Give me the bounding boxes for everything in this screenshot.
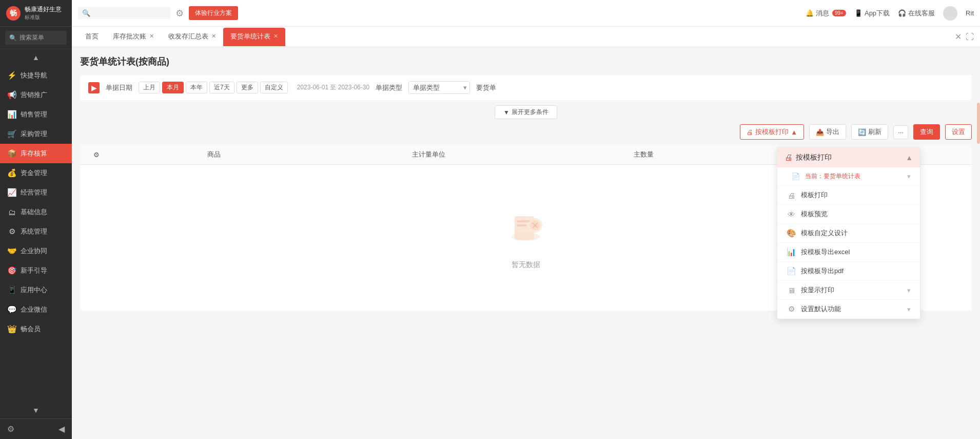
sales-icon: 📊 [7, 110, 16, 119]
sidebar-item-quick[interactable]: ⚡ 快捷导航 [0, 66, 72, 85]
filter-toggle-btn[interactable]: ▶ [88, 82, 100, 93]
table-col-unit: 主计量单位 [322, 150, 537, 159]
display-print-icon: 🖥 [787, 286, 796, 295]
filter-bar: ▶ 单据日期 上月 本月 本年 近7天 更多 自定义 2023-06-01 至 … [80, 75, 972, 100]
dropdown-header-icon: 🖨 [785, 153, 793, 162]
sidebar-item-finance[interactable]: 💰 资金管理 [0, 163, 72, 183]
page-title: 要货单统计表(按商品) [80, 55, 972, 68]
sidebar-item-enterprise[interactable]: 🤝 企业协同 [0, 241, 72, 261]
date-current-year[interactable]: 本年 [186, 82, 207, 93]
set-default-arrow: ▾ [907, 306, 911, 313]
print-dropdown: 🖨 按模板打印 ▲ 📄 当前：要货单统计表 ▾ 🖨 模板打印 👁 [777, 147, 920, 319]
refresh-icon: 🔄 [858, 128, 866, 136]
sidebar: 畅 畅康通好生意 标准版 🔍 搜索菜单 ▲ ⚡ 快捷导航 📢 营销推广 📊 销售… [0, 0, 72, 439]
online-support-btn[interactable]: 🎧 在线客服 [898, 9, 935, 18]
sidebar-item-sales[interactable]: 📊 销售管理 [0, 105, 72, 124]
empty-icon [505, 206, 546, 254]
dropdown-current-template[interactable]: 📄 当前：要货单统计表 ▾ [777, 167, 920, 186]
quick-icon: ⚡ [7, 71, 16, 80]
tab-batch-account[interactable]: 库存批次账 ✕ [106, 28, 161, 46]
basic-icon: 🗂 [7, 208, 16, 217]
tab-collection-summary[interactable]: 收发存汇总表 ✕ [161, 28, 223, 46]
user-avatar[interactable] [943, 6, 957, 21]
sidebar-item-basic[interactable]: 🗂 基础信息 [0, 202, 72, 222]
refresh-btn[interactable]: 🔄 刷新 [851, 124, 888, 140]
order-type-select-wrap: 单据类型 [408, 81, 470, 94]
dropdown-template-preview[interactable]: 👁 模板预览 [777, 205, 920, 224]
current-template-arrow: ▾ [907, 173, 911, 180]
date-current-month[interactable]: 本月 [162, 82, 184, 93]
topbar-search-input[interactable] [93, 10, 166, 17]
tab-close-order[interactable]: ✕ [273, 33, 278, 40]
system-icon: ⚙ [7, 227, 16, 236]
tab-close-batch[interactable]: ✕ [149, 33, 154, 40]
dropdown-set-default[interactable]: ⚙ 设置默认功能 ▾ [777, 300, 920, 319]
date-more[interactable]: 更多 [237, 82, 258, 93]
dropdown-template-print[interactable]: 🖨 模板打印 [777, 186, 920, 205]
tab-home[interactable]: 首页 [78, 28, 106, 46]
marketing-icon: 📢 [7, 90, 16, 100]
table-col-settings[interactable]: ⚙ [86, 151, 107, 159]
sidebar-item-operation[interactable]: 📈 经营管理 [0, 183, 72, 202]
more-btn[interactable]: ··· [893, 125, 908, 139]
sidebar-item-newbie[interactable]: 🎯 新手引导 [0, 261, 72, 280]
app-download-btn[interactable]: 📱 App下载 [854, 9, 890, 18]
date-custom[interactable]: 自定义 [260, 82, 288, 93]
finance-icon: 💰 [7, 168, 16, 178]
inventory-icon: 📦 [7, 149, 16, 158]
topbar-search: 🔍 [78, 7, 170, 19]
dropdown-close-btn[interactable]: ▲ [906, 154, 913, 162]
order-category-label: 要货单 [476, 83, 496, 92]
date-range-label: 2023-06-01 至 2023-06-30 [297, 83, 369, 92]
notifications-btn[interactable]: 🔔 消息 99+ [806, 9, 846, 18]
page-content: 要货单统计表(按商品) ▶ 单据日期 上月 本月 本年 近7天 更多 自定义 2… [72, 47, 980, 439]
trial-btn[interactable]: 体验行业方案 [189, 6, 238, 20]
tabs-expand-icon[interactable]: ⛶ [966, 32, 974, 42]
print-btn[interactable]: 🖨 按模板打印 ▲ [740, 124, 804, 140]
dropdown-template-design[interactable]: 🎨 模板自定义设计 [777, 224, 920, 243]
export-btn[interactable]: 📤 导出 [809, 124, 846, 140]
print-chevron-icon: ▲ [791, 128, 797, 136]
tab-close-collection[interactable]: ✕ [211, 33, 216, 40]
tabs-close-icon[interactable]: ✕ [955, 32, 962, 42]
sidebar-scroll-bottom: ▼ [0, 402, 72, 418]
sidebar-scroll-up[interactable]: ▲ [28, 51, 44, 64]
sidebar-nav: ⚡ 快捷导航 📢 营销推广 📊 销售管理 🛒 采购管理 📦 库存核算 💰 资金管… [0, 66, 72, 402]
topbar-settings-icon[interactable]: ⚙ [175, 8, 184, 19]
tab-order-stats[interactable]: 要货单统计表 ✕ [223, 28, 285, 46]
sidebar-logo: 畅 畅康通好生意 标准版 [0, 0, 72, 27]
collapse-icon[interactable]: ◀ [58, 424, 65, 434]
order-type-label: 单据类型 [376, 83, 402, 92]
dropdown-export-excel[interactable]: 📊 按模板导出excel [777, 243, 920, 262]
svg-rect-3 [517, 224, 527, 226]
sidebar-search-button[interactable]: 🔍 搜索菜单 [5, 31, 67, 45]
order-type-select[interactable]: 单据类型 [408, 81, 470, 94]
sidebar-item-inventory[interactable]: 📦 库存核算 [0, 144, 72, 163]
settings-btn[interactable]: 设置 [945, 124, 972, 140]
date-buttons: 上月 本月 本年 近7天 更多 自定义 [139, 82, 288, 93]
sidebar-item-system[interactable]: ⚙ 系统管理 [0, 222, 72, 241]
enterprise-icon: 🤝 [7, 246, 16, 256]
sidebar-scroll-top: ▲ [0, 49, 72, 66]
sidebar-search-area: 🔍 搜索菜单 [0, 27, 72, 49]
query-btn[interactable]: 查询 [913, 124, 940, 140]
table-settings-icon[interactable]: ⚙ [93, 151, 100, 159]
sidebar-item-marketing[interactable]: 📢 营销推广 [0, 85, 72, 105]
search-icon: 🔍 [9, 34, 17, 42]
expand-more-btn[interactable]: ▼ 展开更多条件 [495, 105, 557, 119]
notifications-badge: 99+ [832, 10, 846, 16]
dropdown-export-pdf[interactable]: 📄 按模板导出pdf [777, 262, 920, 281]
template-preview-icon: 👁 [787, 210, 796, 219]
sidebar-item-purchase[interactable]: 🛒 采购管理 [0, 124, 72, 144]
topbar: 🔍 ⚙ 体验行业方案 🔔 消息 99+ 📱 App下载 🎧 在线客服 Rit [72, 0, 980, 27]
settings-footer-icon[interactable]: ⚙ [7, 424, 14, 434]
apps-icon: 📱 [7, 285, 16, 295]
sidebar-scroll-down[interactable]: ▼ [28, 404, 44, 416]
date-last-7[interactable]: 近7天 [209, 82, 234, 93]
date-prev-month[interactable]: 上月 [139, 82, 160, 93]
sidebar-item-apps[interactable]: 📱 应用中心 [0, 280, 72, 300]
dropdown-display-print[interactable]: 🖥 按显示打印 ▾ [777, 281, 920, 300]
sidebar-item-member[interactable]: 👑 畅会员 [0, 319, 72, 339]
sidebar-item-wechat[interactable]: 💬 企业微信 [0, 300, 72, 319]
scroll-indicator [977, 103, 980, 144]
